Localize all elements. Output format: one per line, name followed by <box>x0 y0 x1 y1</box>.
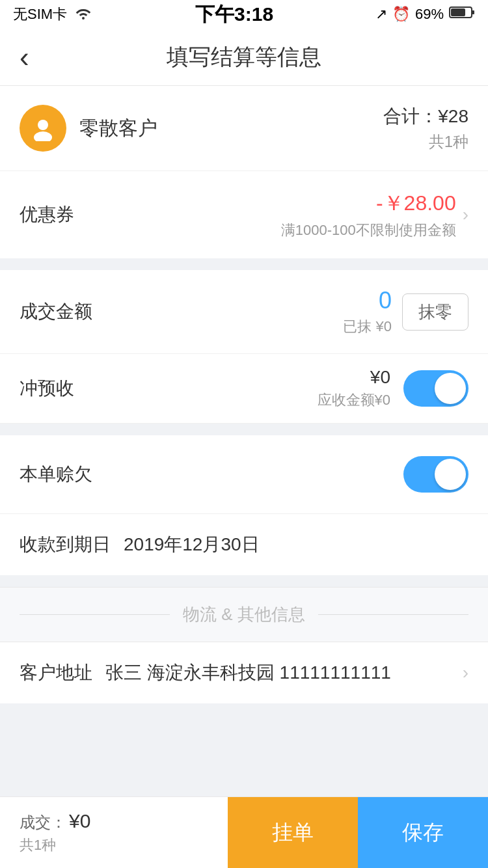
status-right: ↗ ⏰ 69% <box>375 5 475 23</box>
battery-icon <box>449 5 475 23</box>
credit-toggle-knob <box>435 459 466 490</box>
deal-amount-col: 0 已抹 ¥0 <box>343 287 392 336</box>
advance-value: ¥0 <box>318 367 390 388</box>
bottom-deal-label: 成交： <box>20 812 66 833</box>
svg-point-3 <box>38 120 48 130</box>
address-chevron-icon: › <box>463 662 468 683</box>
coupon-label: 优惠券 <box>20 202 74 227</box>
advance-right: ¥0 应收金额¥0 <box>318 367 468 410</box>
credit-toggle[interactable] <box>403 456 468 493</box>
location-icon: ↗ <box>375 6 387 23</box>
section-gap-1 <box>0 258 488 270</box>
page-title: 填写结算等信息 <box>59 42 429 72</box>
due-date-row: 收款到期日 2019年12月30日 <box>0 513 488 575</box>
deal-amount-section: 成交金额 0 已抹 ¥0 抹零 冲预收 ¥0 应收金额¥0 <box>0 270 488 424</box>
address-row[interactable]: 客户地址 张三 海淀永丰科技园 11111111111 › <box>0 642 488 703</box>
customer-avatar <box>20 105 66 152</box>
divider-left <box>20 614 170 615</box>
coupon-right: -￥28.00 满1000-100不限制使用金额 › <box>281 189 468 240</box>
toggle-knob <box>435 373 466 404</box>
status-bar: 无SIM卡 下午3:18 ↗ ⏰ 69% <box>0 0 488 29</box>
customer-section: 零散客户 合计：¥28 共1种 优惠券 -￥28.00 满1000-100不限制… <box>0 86 488 258</box>
wifi-icon <box>74 5 93 23</box>
advance-value-block: ¥0 应收金额¥0 <box>318 367 390 410</box>
save-button[interactable]: 保存 <box>358 797 488 869</box>
logistics-title: 物流 & 其他信息 <box>183 603 305 626</box>
section-gap-2 <box>0 424 488 435</box>
nav-bar: ‹ 填写结算等信息 <box>0 29 488 86</box>
advance-sub: 应收金额¥0 <box>318 390 390 410</box>
status-time: 下午3:18 <box>195 1 273 28</box>
sim-text: 无SIM卡 <box>13 5 67 24</box>
svg-rect-1 <box>472 10 474 14</box>
back-button[interactable]: ‹ <box>20 41 59 74</box>
status-left: 无SIM卡 <box>13 5 93 24</box>
deal-amount-sub: 已抹 ¥0 <box>343 317 392 336</box>
bottom-summary: 成交： ¥0 共1种 <box>0 810 228 855</box>
bottom-count: 共1种 <box>20 835 208 855</box>
customer-row: 零散客户 合计：¥28 共1种 <box>0 86 488 170</box>
customer-name: 零散客户 <box>79 115 157 142</box>
advance-toggle[interactable] <box>403 370 468 407</box>
battery-text: 69% <box>415 6 444 23</box>
address-value: 张三 海淀永丰科技园 11111111111 <box>105 660 463 685</box>
svg-rect-2 <box>451 8 465 16</box>
logistics-header: 物流 & 其他信息 <box>0 587 488 642</box>
coupon-desc: 满1000-100不限制使用金额 <box>281 221 456 240</box>
deal-amount-label: 成交金额 <box>20 299 92 324</box>
address-label: 客户地址 <box>20 660 92 685</box>
main-content: 零散客户 合计：¥28 共1种 优惠券 -￥28.00 满1000-100不限制… <box>0 86 488 868</box>
deal-amount-row: 成交金额 0 已抹 ¥0 抹零 <box>0 270 488 354</box>
chevron-right-icon: › <box>463 204 468 225</box>
customer-info-right: 合计：¥28 共1种 <box>383 104 468 152</box>
coupon-info: -￥28.00 满1000-100不限制使用金额 <box>281 189 456 240</box>
round-zero-button[interactable]: 抹零 <box>402 293 468 331</box>
advance-row: 冲预收 ¥0 应收金额¥0 <box>0 354 488 424</box>
section-gap-3 <box>0 575 488 587</box>
credit-row: 本单赊欠 <box>0 435 488 513</box>
alarm-icon: ⏰ <box>392 6 410 23</box>
customer-total: 合计：¥28 <box>383 104 468 129</box>
due-date-label: 收款到期日 <box>20 532 111 557</box>
deal-amount-right: 0 已抹 ¥0 抹零 <box>343 287 468 336</box>
divider-right <box>318 614 468 615</box>
logistics-section: 物流 & 其他信息 客户地址 张三 海淀永丰科技园 11111111111 › <box>0 587 488 703</box>
coupon-discount: -￥28.00 <box>281 189 456 218</box>
svg-point-4 <box>34 131 52 141</box>
advance-label: 冲预收 <box>20 376 74 401</box>
bottom-bar: 成交： ¥0 共1种 挂单 保存 <box>0 796 488 868</box>
bottom-amount: ¥0 <box>69 810 90 832</box>
coupon-row[interactable]: 优惠券 -￥28.00 满1000-100不限制使用金额 › <box>0 170 488 258</box>
pending-button[interactable]: 挂单 <box>228 797 358 869</box>
customer-info-left: 零散客户 <box>20 105 157 152</box>
due-date-value[interactable]: 2019年12月30日 <box>124 532 260 557</box>
deal-amount-value[interactable]: 0 <box>343 287 392 314</box>
credit-label: 本单赊欠 <box>20 462 92 487</box>
customer-count: 共1种 <box>383 131 468 152</box>
credit-section: 本单赊欠 收款到期日 2019年12月30日 <box>0 435 488 575</box>
